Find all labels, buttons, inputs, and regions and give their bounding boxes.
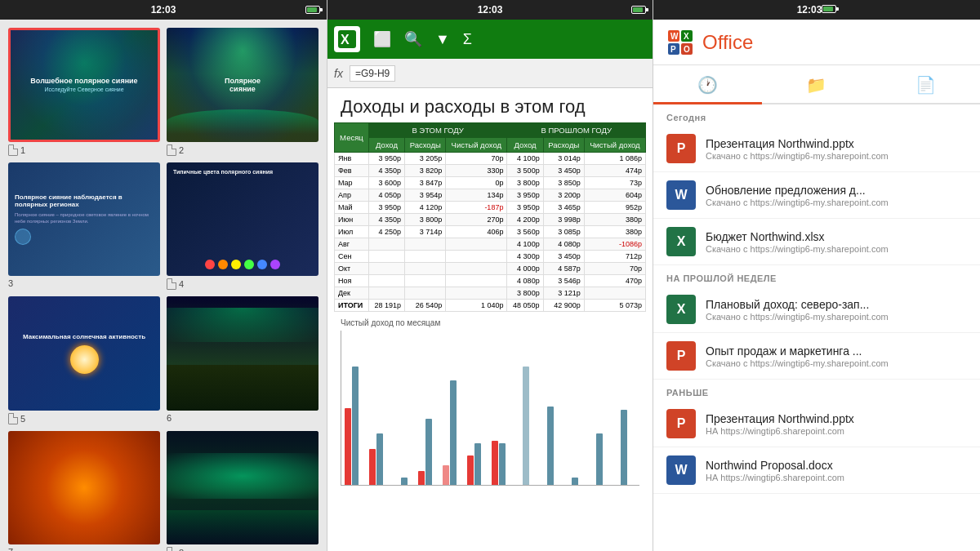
table-cell: Фев bbox=[335, 165, 369, 177]
slide2-title: Полярноесияние bbox=[225, 77, 261, 93]
table-cell: 470р bbox=[584, 275, 645, 287]
table-cell: 4 250р bbox=[368, 226, 404, 238]
excel-sheet-title: Доходы и расходы в этом год bbox=[327, 88, 653, 122]
slide-item-7[interactable]: 7 bbox=[8, 431, 160, 552]
excel-table: Месяц В ЭТОМ ГОДУ В ПРОШЛОМ ГОДУ Доход Р… bbox=[334, 122, 646, 312]
slide-thumb-3[interactable]: Полярное сияние наблюдается в полярных р… bbox=[8, 162, 160, 277]
table-cell: 712р bbox=[584, 251, 645, 263]
table-cell: 4 587р bbox=[543, 263, 584, 275]
list-item[interactable]: XБюджет Northwind.xlsxСкачано с https://… bbox=[653, 219, 980, 265]
file-icon-xlsx: X bbox=[666, 227, 696, 256]
tab-new[interactable]: 📄 bbox=[871, 67, 980, 104]
table-cell bbox=[446, 238, 507, 251]
slide-item-1[interactable]: Волшебное полярное сияние Исследуйте Сев… bbox=[8, 28, 160, 156]
bar-group bbox=[564, 478, 587, 485]
bar-group bbox=[345, 367, 368, 485]
svg-text:O: O bbox=[684, 45, 690, 54]
slide-item-8[interactable]: 8 bbox=[167, 431, 318, 552]
chart-title: Чистый доход по месяцам bbox=[341, 318, 639, 327]
table-cell: 270р bbox=[446, 214, 507, 226]
table-cell: 3 121р bbox=[543, 287, 584, 300]
slide-thumb-6[interactable] bbox=[167, 296, 318, 411]
time-office: 12:03 bbox=[797, 4, 822, 16]
office-panel: 12:03 W X P O Office 🕐 📁 📄 bbox=[653, 0, 980, 551]
table-cell: Ноя bbox=[335, 275, 369, 287]
list-item-name: Плановый доход: северо-зап... bbox=[706, 298, 967, 311]
table-cell: 4 200р bbox=[507, 214, 543, 226]
col-expense1: Расходы bbox=[405, 138, 446, 153]
slide-thumb-1[interactable]: Волшебное полярное сияние Исследуйте Сев… bbox=[8, 28, 160, 142]
bar-group bbox=[369, 433, 392, 485]
table-cell: 4 000р bbox=[507, 263, 543, 275]
tab-recent[interactable]: 🕐 bbox=[653, 67, 762, 104]
list-item[interactable]: WNorthwind Proposal.docxНА https://wingt… bbox=[653, 447, 980, 494]
tab-open[interactable]: 📁 bbox=[762, 67, 871, 104]
toolbar-filter-icon[interactable]: ▼ bbox=[435, 31, 450, 48]
battery-level-office bbox=[822, 5, 836, 13]
list-item[interactable]: PПрезентация Northwind.pptxСкачано с htt… bbox=[653, 126, 980, 172]
slide-item-6[interactable]: 6 bbox=[167, 296, 318, 424]
table-cell: 3 950р bbox=[368, 202, 404, 214]
col-month: Месяц bbox=[335, 123, 369, 153]
slide-thumb-2[interactable]: Полярноесияние bbox=[167, 28, 318, 142]
table-cell: 3 014р bbox=[543, 153, 584, 165]
list-item[interactable]: PПрезентация Northwind.pptxНА https://wi… bbox=[653, 401, 980, 447]
table-cell: 48 050р bbox=[507, 300, 543, 312]
office-logo-svg: W X P O bbox=[666, 29, 694, 56]
table-cell: 4 080р bbox=[543, 238, 584, 251]
list-item[interactable]: WОбновление предложения д...Скачано с ht… bbox=[653, 172, 980, 219]
slide-item-3[interactable]: Полярное сияние наблюдается в полярных р… bbox=[8, 162, 160, 291]
table-cell: 4 350р bbox=[368, 165, 404, 177]
slide-thumb-8[interactable] bbox=[167, 431, 318, 545]
toolbar-screen-icon[interactable]: ⬜ bbox=[373, 30, 391, 48]
slide-label-2: 2 bbox=[167, 144, 318, 156]
bar-previous bbox=[547, 407, 554, 485]
table-cell: 3 800р bbox=[405, 214, 446, 226]
office-header: W X P O Office bbox=[653, 20, 980, 65]
toolbar-search-icon[interactable]: 🔍 bbox=[404, 30, 422, 48]
table-cell: Май bbox=[335, 202, 369, 214]
office-file-list[interactable]: СегодняPПрезентация Northwind.pptxСкачан… bbox=[653, 104, 980, 551]
doc-icon-8 bbox=[167, 547, 176, 551]
slide5-sun bbox=[70, 345, 99, 374]
table-cell: -187р bbox=[446, 202, 507, 214]
table-cell bbox=[368, 275, 404, 287]
table-cell bbox=[405, 251, 446, 263]
list-item-info: Northwind Proposal.docxНА https://wingti… bbox=[706, 459, 967, 482]
bar-previous bbox=[425, 419, 432, 485]
slide5-title: Максимальная солнечная активность bbox=[23, 333, 145, 340]
slide-item-4[interactable]: Типичные цвета полярного сияния 4 bbox=[167, 162, 318, 291]
bar-current bbox=[492, 441, 498, 485]
table-cell: 380р bbox=[584, 226, 645, 238]
battery-level-excel bbox=[631, 6, 646, 14]
slides-panel: 12:03 Волшебное полярное сияние Исследуй… bbox=[0, 0, 327, 551]
file-icon-docx: W bbox=[666, 180, 696, 210]
list-item-sub: Скачано с https://wingtip6-my.sharepoint… bbox=[706, 358, 967, 368]
table-cell: 70р bbox=[446, 153, 507, 165]
table-cell: 3 820р bbox=[405, 165, 446, 177]
list-item-sub: Скачано с https://wingtip6-my.sharepoint… bbox=[706, 244, 967, 254]
slide-thumb-7[interactable] bbox=[8, 431, 160, 545]
office-title: Office bbox=[702, 31, 753, 54]
table-cell: 952р bbox=[584, 202, 645, 214]
bar-current bbox=[443, 465, 449, 485]
list-item-sub: Скачано с https://wingtip6-my.sharepoint… bbox=[706, 312, 967, 322]
list-item[interactable]: XПлановый доход: северо-зап...Скачано с … bbox=[653, 287, 980, 333]
excel-table-wrapper[interactable]: Месяц В ЭТОМ ГОДУ В ПРОШЛОМ ГОДУ Доход Р… bbox=[327, 122, 653, 312]
table-cell: 3 847р bbox=[405, 177, 446, 189]
slide-thumb-5[interactable]: Максимальная солнечная активность bbox=[8, 296, 160, 411]
toolbar-sigma-icon[interactable]: Σ bbox=[463, 31, 472, 48]
slides-grid[interactable]: Волшебное полярное сияние Исследуйте Сев… bbox=[0, 20, 327, 551]
slide-thumb-4[interactable]: Типичные цвета полярного сияния bbox=[167, 162, 318, 277]
formula-bar: fx =G9-H9 bbox=[327, 59, 653, 88]
formula-cell[interactable]: =G9-H9 bbox=[350, 65, 395, 82]
bar-current bbox=[467, 455, 474, 485]
slide-item-2[interactable]: Полярноесияние 2 bbox=[167, 28, 318, 156]
table-cell: 3 800р bbox=[507, 177, 543, 189]
slide-item-5[interactable]: Максимальная солнечная активность 5 bbox=[8, 296, 160, 424]
list-item[interactable]: PОпыт продаж и маркетинга ...Скачано с h… bbox=[653, 333, 980, 380]
bar-previous bbox=[376, 433, 383, 485]
table-cell bbox=[405, 263, 446, 275]
table-cell: 28 191р bbox=[368, 300, 404, 312]
battery-icon-office bbox=[822, 4, 836, 16]
